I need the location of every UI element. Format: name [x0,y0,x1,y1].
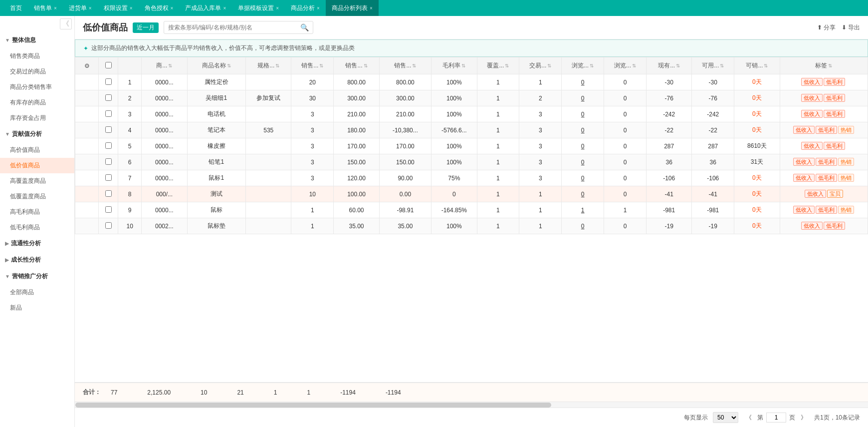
row-checkbox[interactable] [105,126,112,133]
share-button[interactable]: ⬆ 分享 [817,23,836,32]
nav-close-template[interactable]: × [276,5,279,11]
col-sales-qty-header[interactable]: 销售...⇅ [291,57,334,74]
browse-link[interactable]: 0 [581,95,585,102]
cell-check[interactable] [99,138,118,154]
sidebar-collapse-button[interactable]: 《 [60,18,72,29]
col-coverage-header[interactable]: 覆盖...⇅ [477,57,519,74]
row-checkbox[interactable] [105,222,112,229]
cell-browse1[interactable]: 0 [562,170,604,186]
col-sales-price-header[interactable]: 销售...⇅ [334,57,379,74]
sidebar-item-high-coverage[interactable]: 高覆盖度商品 [0,173,74,189]
col-sales-total-header[interactable]: 销售...⇅ [379,57,431,74]
browse-link[interactable]: 0 [581,223,585,230]
period-button[interactable]: 近一月 [133,22,159,33]
cell-check[interactable] [99,90,118,106]
sidebar-group-contribution[interactable]: ▼ 贡献值分析 [0,126,74,142]
sidebar-item-new-goods[interactable]: 新品 [0,300,74,316]
browse-link[interactable]: 0 [581,79,585,86]
col-sku-header[interactable]: 商...⇅ [142,57,187,74]
row-checkbox[interactable] [105,78,112,85]
row-checkbox[interactable] [105,206,112,213]
sidebar-item-high-margin[interactable]: 高毛利商品 [0,204,74,220]
nav-purchase-order[interactable]: 进货单 × [63,0,98,16]
next-page-button[interactable]: 》 [798,413,809,423]
sidebar-item-low-margin[interactable]: 低毛利商品 [0,220,74,235]
col-browse1-header[interactable]: 浏览...⇅ [562,57,604,74]
cell-check[interactable] [99,74,118,90]
cell-browse1[interactable]: 0 [562,218,604,234]
search-input[interactable] [168,24,298,31]
col-avail-header[interactable]: 可用...⇅ [692,57,734,74]
sidebar-item-category-sales-rate[interactable]: 商品分类销售率 [0,79,74,95]
nav-permission-settings[interactable]: 权限设置 × [98,0,139,16]
nav-sales-order[interactable]: 销售单 × [28,0,63,16]
cell-browse1[interactable]: 0 [562,154,604,170]
cell-browse1[interactable]: 0 [562,186,604,202]
browse-link[interactable]: 0 [581,191,585,198]
cell-check[interactable] [99,202,118,218]
browse-link[interactable]: 0 [581,143,585,150]
horizontal-scrollbar-thumb[interactable] [75,403,551,408]
row-checkbox[interactable] [105,110,112,117]
row-checkbox[interactable] [105,94,112,101]
sidebar-group-marketing[interactable]: ▼ 营销推广分析 [0,268,74,285]
col-margin-header[interactable]: 毛利率⇅ [432,57,477,74]
sidebar-group-overall[interactable]: ▼ 整体信息 [0,32,74,48]
cell-browse1[interactable]: 0 [562,122,604,138]
nav-close-product-analysis[interactable]: × [317,5,320,11]
nav-close-product-analysis-list[interactable]: × [370,5,373,11]
sidebar-item-stock-funds[interactable]: 库存资金占用 [0,110,74,126]
sidebar-item-high-value[interactable]: 高价值商品 [0,142,74,158]
nav-finished-goods[interactable]: 产成品入库单 × [179,0,232,16]
cell-check[interactable] [99,122,118,138]
row-checkbox[interactable] [105,190,112,197]
col-current-header[interactable]: 现有...⇅ [646,57,691,74]
row-checkbox[interactable] [105,158,112,165]
sidebar-item-low-value[interactable]: 低价值商品 [0,158,74,173]
nav-product-analysis-list[interactable]: 商品分析列表 × [326,0,379,16]
sidebar-item-low-coverage[interactable]: 低覆盖度商品 [0,189,74,204]
first-page-button[interactable]: 《 [743,413,754,423]
sidebar-item-all-goods[interactable]: 全部商品 [0,285,74,300]
col-trade-header[interactable]: 交易...⇅ [519,57,562,74]
row-checkbox[interactable] [105,174,112,181]
col-check-header[interactable] [99,57,118,74]
cell-check[interactable] [99,154,118,170]
cell-check[interactable] [99,218,118,234]
page-number-input[interactable] [766,413,786,423]
nav-template-settings[interactable]: 单据模板设置 × [232,0,285,16]
browse-link[interactable]: 1 [581,207,585,214]
row-checkbox[interactable] [105,142,112,149]
cell-check[interactable] [99,170,118,186]
col-sellable-header[interactable]: 可销...⇅ [734,57,780,74]
browse-link[interactable]: 0 [581,159,585,166]
nav-role-auth[interactable]: 角色授权 × [139,0,180,16]
cell-check[interactable] [99,186,118,202]
cell-browse1[interactable]: 0 [562,106,604,122]
cell-browse1[interactable]: 0 [562,138,604,154]
nav-close-permission[interactable]: × [130,5,133,11]
col-settings-header[interactable]: ⚙ [75,57,99,74]
sidebar-group-growth[interactable]: ▶ 成长性分析 [0,252,74,268]
select-all-checkbox[interactable] [105,62,112,68]
sidebar-group-liquidity[interactable]: ▶ 流通性分析 [0,235,74,252]
per-page-select[interactable]: 50 100 200 [713,412,738,423]
nav-close-role-auth[interactable]: × [171,5,174,11]
cell-browse1[interactable]: 0 [562,90,604,106]
nav-close-finished-goods[interactable]: × [223,5,226,11]
cell-check[interactable] [99,106,118,122]
cell-browse1[interactable]: 1 [562,202,604,218]
col-browse2-header[interactable]: 浏览...⇅ [604,57,647,74]
sidebar-item-sales-goods[interactable]: 销售类商品 [0,48,74,64]
sidebar-item-traded-goods[interactable]: 交易过的商品 [0,64,74,79]
nav-close-sales-order[interactable]: × [54,5,57,11]
nav-product-analysis[interactable]: 商品分析 × [285,0,326,16]
export-button[interactable]: ⬇ 导出 [842,23,860,32]
col-name-header[interactable]: 商品名称⇅ [187,57,246,74]
cell-browse1[interactable]: 0 [562,74,604,90]
nav-close-purchase-order[interactable]: × [89,5,92,11]
nav-home[interactable]: 首页 [4,0,28,16]
table-container[interactable]: ⚙ 商...⇅ 商品名称⇅ 规格...⇅ 销售...⇅ 销售...⇅ 销售...… [75,57,868,382]
col-spec-header[interactable]: 规格...⇅ [246,57,291,74]
browse-link[interactable]: 0 [581,111,585,118]
